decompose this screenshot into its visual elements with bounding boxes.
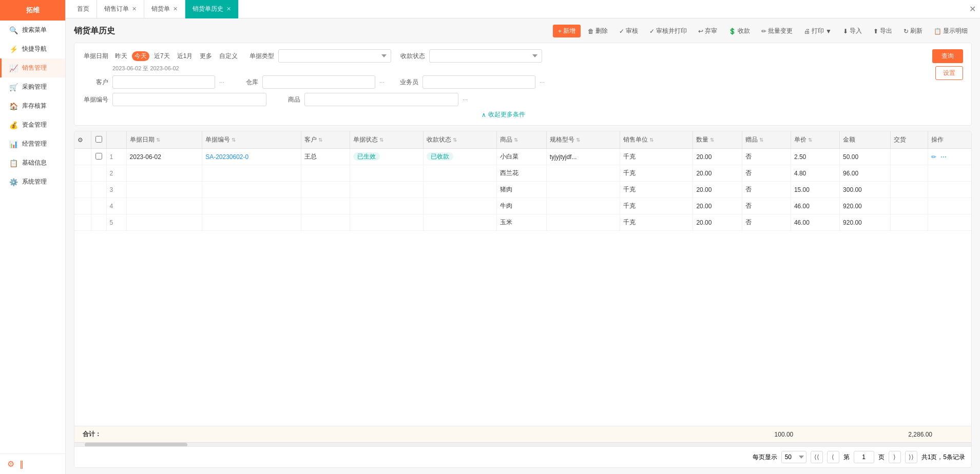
staff-dots[interactable]: ··· <box>540 78 545 86</box>
date-shortcut-custom[interactable]: 自定义 <box>217 51 240 61</box>
docno-sort-icon[interactable]: ⇅ <box>232 137 236 143</box>
product-sort-icon[interactable]: ⇅ <box>514 137 518 143</box>
date-shortcut-yesterday[interactable]: 昨天 <box>112 51 130 61</box>
edit-icon[interactable]: ✏ <box>931 153 936 161</box>
import-button[interactable]: ⬇ 导入 <box>839 25 866 37</box>
row-customer-4 <box>301 214 350 231</box>
sidebar-bottom: ⚙ ‖ <box>0 453 65 474</box>
paystatus-sort-icon[interactable]: ⇅ <box>453 137 457 143</box>
date-shortcut-7days[interactable]: 近7天 <box>151 51 172 61</box>
select-all-checkbox[interactable] <box>95 136 102 143</box>
docno-link-0[interactable]: SA-20230602-0 <box>205 153 248 161</box>
unit-sort-icon[interactable]: ⇅ <box>649 137 654 143</box>
approve-button[interactable]: ✓ 审核 <box>615 25 642 37</box>
date-shortcut-1month[interactable]: 近1月 <box>175 51 196 61</box>
tab-sales-history-close[interactable]: ✕ <box>226 6 231 12</box>
content-area: 销货单历史 + 新增 🗑 删除 ✓ 审核 ✓ 审核并打印 <box>66 18 980 474</box>
tab-sales-shipment[interactable]: 销货单 ✕ <box>144 0 185 18</box>
docno-input[interactable] <box>112 93 266 106</box>
gear-icon[interactable]: ⚙ <box>78 136 83 144</box>
prev-page-button[interactable]: ⟨ <box>827 451 839 463</box>
date-shortcut-more[interactable]: 更多 <box>197 51 215 61</box>
refresh-button[interactable]: ↻ 刷新 <box>899 25 927 37</box>
approve-print-label: 审核并打印 <box>656 27 687 35</box>
horizontal-scrollbar[interactable] <box>74 442 971 446</box>
paystatus-select[interactable] <box>429 49 542 63</box>
sidebar-settings-icon[interactable]: ⚙ <box>7 459 14 469</box>
tab-sales-shipment-close[interactable]: ✕ <box>173 6 178 12</box>
total-qty: 100.00 <box>113 431 896 438</box>
next-page-button[interactable]: ⟩ <box>889 451 901 463</box>
col-gift-label: 赠品 <box>745 135 758 144</box>
show-detail-label: 显示明细 <box>943 27 968 35</box>
warehouse-dots[interactable]: ··· <box>379 78 385 86</box>
sidebar-item-funds[interactable]: 💰 资金管理 <box>0 115 65 134</box>
sidebar-collapse-icon[interactable]: ‖ <box>20 459 24 469</box>
more-icon[interactable]: ⋯ <box>940 153 947 161</box>
col-paystatus-label: 收款状态 <box>427 135 451 144</box>
sidebar-item-operations[interactable]: 📊 经营管理 <box>0 134 65 153</box>
row-customer-0: 王总 <box>301 149 350 165</box>
qty-sort-icon[interactable]: ⇅ <box>710 137 714 143</box>
sidebar-item-search-menu[interactable]: 🔍 搜索菜单 <box>0 21 65 40</box>
show-detail-button[interactable]: 📋 显示明细 <box>930 25 972 37</box>
sidebar-item-purchase[interactable]: 🛒 采购管理 <box>0 77 65 96</box>
query-button[interactable]: 查询 <box>932 49 963 63</box>
staff-input[interactable] <box>422 75 535 89</box>
row-date-1 <box>126 165 202 182</box>
sidebar-item-system[interactable]: ⚙️ 系统管理 <box>0 172 65 191</box>
paystatus-label: 收款状态 <box>399 52 425 61</box>
first-page-button[interactable]: ⟨⟨ <box>811 451 823 463</box>
revoke-button[interactable]: ↩ 弃审 <box>694 25 721 37</box>
row-seq-1: 2 <box>106 165 126 182</box>
tabs-close-all[interactable]: ✕ <box>969 4 976 14</box>
filter-product-item: 商品 ··· <box>275 93 468 106</box>
delete-button[interactable]: 🗑 删除 <box>584 25 612 37</box>
tab-sales-history[interactable]: 销货单历史 ✕ <box>185 0 239 18</box>
price-sort-icon[interactable]: ⇅ <box>808 137 812 143</box>
sidebar-item-inventory[interactable]: 🏠 库存核算 <box>0 96 65 115</box>
row-check[interactable] <box>95 153 102 160</box>
spec-sort-icon[interactable]: ⇅ <box>576 137 580 143</box>
docstatus-sort-icon[interactable]: ⇅ <box>379 137 383 143</box>
sidebar-item-quick-nav[interactable]: ⚡ 快捷导航 <box>0 40 65 58</box>
last-page-button[interactable]: ⟩⟩ <box>905 451 917 463</box>
col-unit-label: 销售单位 <box>623 135 648 144</box>
row-paystatus-2 <box>423 182 496 198</box>
date-shortcut-today[interactable]: 今天 <box>132 51 149 61</box>
add-button[interactable]: + 新增 <box>553 25 581 37</box>
warehouse-label: 仓库 <box>233 78 258 87</box>
warehouse-input[interactable] <box>262 75 375 89</box>
doctype-select[interactable] <box>278 49 391 63</box>
row-spec-1 <box>546 165 620 182</box>
batch-change-button[interactable]: ✏ 批量变更 <box>757 25 797 37</box>
page-number-input[interactable] <box>854 451 874 463</box>
print-button[interactable]: 🖨 打印 ▼ <box>800 25 836 37</box>
sidebar-item-basic-info[interactable]: 📋 基础信息 <box>0 153 65 172</box>
customer-sort-icon[interactable]: ⇅ <box>318 137 322 143</box>
tab-home[interactable]: 首页 <box>70 0 97 18</box>
col-date: 单据日期⇅ <box>126 131 202 149</box>
tab-sales-order-close[interactable]: ✕ <box>132 6 137 12</box>
row-qty-4: 20.00 <box>693 214 742 231</box>
date-sort-icon[interactable]: ⇅ <box>156 137 160 143</box>
tab-home-label: 首页 <box>77 5 89 13</box>
row-docno-3 <box>202 198 301 214</box>
gift-sort-icon[interactable]: ⇅ <box>759 137 763 143</box>
collect-button[interactable]: 💲 收款 <box>724 25 754 37</box>
tab-sales-order-label: 销售订单 <box>104 5 129 13</box>
filter-settings-button[interactable]: 设置 <box>935 66 963 80</box>
page-size-select[interactable]: 50 100 200 <box>781 451 806 463</box>
product-dots[interactable]: ··· <box>463 96 468 103</box>
row-price-2: 15.00 <box>791 182 839 198</box>
filter-paystatus-item: 收款状态 <box>399 49 542 63</box>
export-button[interactable]: ⬆ 导出 <box>869 25 896 37</box>
customer-dots[interactable]: ··· <box>219 78 224 86</box>
col-qty-label: 数量 <box>696 135 708 144</box>
customer-input[interactable] <box>112 75 215 89</box>
sidebar-item-sales[interactable]: 📈 销售管理 <box>0 58 65 77</box>
product-input[interactable] <box>304 93 458 106</box>
approve-print-button[interactable]: ✓ 审核并打印 <box>645 25 691 37</box>
collapse-button[interactable]: ∧ 收起更多条件 <box>83 110 924 119</box>
tab-sales-order[interactable]: 销售订单 ✕ <box>97 0 144 18</box>
